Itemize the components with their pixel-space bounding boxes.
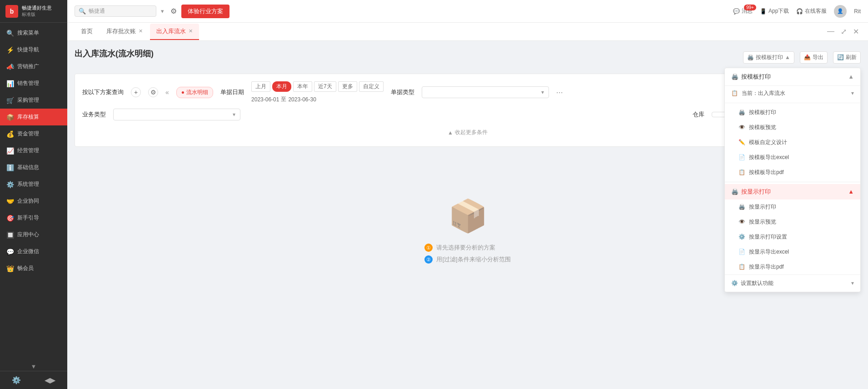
dropdown-disp-preview-icon: 👁️ xyxy=(738,219,745,225)
date-sep: 至 xyxy=(281,95,286,103)
dropdown-disp-print-label: 按显示打印 xyxy=(749,203,776,211)
dropdown-display-preview[interactable]: 👁️ 按显示预览 xyxy=(725,214,860,229)
sidebar-item-system[interactable]: ⚙️ 系统管理 xyxy=(0,176,67,193)
sidebar-item-marketing[interactable]: 📣 营销推广 xyxy=(0,58,67,75)
sidebar-item-apps[interactable]: 🔲 应用中心 xyxy=(0,226,67,243)
headset-icon: 🎧 xyxy=(796,8,803,15)
industry-btn[interactable]: 体验行业方案 xyxy=(181,5,229,18)
filter-scheme-label: 按以下方案查询 xyxy=(82,88,124,96)
app-download-btn[interactable]: 📱 App下载 xyxy=(760,7,789,15)
sidebar-item-finance[interactable]: 💰 资金管理 xyxy=(0,125,67,142)
message-btn[interactable]: 💬 消息 99+ xyxy=(733,7,753,15)
sidebar-label-marketing: 营销推广 xyxy=(17,63,39,70)
date-current-month-btn[interactable]: 本月 xyxy=(272,81,291,92)
page-content: 出入库流水(流水明细) 🖨️ 按模板打印 ▲ 📤 导出 🔄 刷新 xyxy=(67,41,868,389)
page-title: 出入库流水(流水明细) xyxy=(75,48,154,59)
sidebar-item-collab[interactable]: 🤝 企业协同 xyxy=(0,193,67,209)
date-this-year-btn[interactable]: 本年 xyxy=(293,81,312,92)
tab-close-icon[interactable]: ✕ xyxy=(851,25,861,38)
message-badge: 99+ xyxy=(744,5,756,10)
print-template-label: 按模板打印 xyxy=(756,54,783,61)
sidebar-collapse-icon[interactable]: ◀▶ xyxy=(45,376,55,384)
dropdown-template-print[interactable]: 🖨️ 按模板打印 xyxy=(725,105,860,120)
date-last-month-btn[interactable]: 上月 xyxy=(251,81,270,92)
search-dropdown-icon[interactable]: ▾ xyxy=(161,8,164,15)
dropdown-template-pdf[interactable]: 📋 按模板导出pdf xyxy=(725,165,860,180)
tab-home-label: 首页 xyxy=(81,27,93,35)
sidebar-scroll-down[interactable]: ▼ xyxy=(0,362,67,371)
sidebar-icon-operations: 📈 xyxy=(6,147,14,155)
tip-text-1: 请先选择要分析的方案 xyxy=(436,242,495,254)
search-input[interactable] xyxy=(89,8,143,15)
dropdown-disp-settings-label: 按显示打印设置 xyxy=(749,233,787,241)
date-custom-btn[interactable]: 自定义 xyxy=(359,81,384,92)
refresh-icon: 🔄 xyxy=(837,54,844,60)
topbar-gear-icon[interactable]: ⚙ xyxy=(170,7,177,15)
export-label: 导出 xyxy=(813,54,823,61)
app-download-label: App下载 xyxy=(768,7,789,15)
sidebar-icon-collab: 🤝 xyxy=(6,198,14,205)
sidebar-item-basics[interactable]: ℹ️ 基础信息 xyxy=(0,159,67,176)
print-template-btn[interactable]: 🖨️ 按模板打印 ▲ xyxy=(743,51,794,64)
dropdown-disp-pdf-icon: 📋 xyxy=(738,264,745,270)
date-last-7-days-btn[interactable]: 近7天 xyxy=(314,81,336,92)
tab-batch-account-close[interactable]: ✕ xyxy=(139,28,143,34)
bill-type-select[interactable]: ▾ xyxy=(422,86,549,98)
tab-flow-close[interactable]: ✕ xyxy=(189,28,193,34)
sidebar-label-purchase: 采购管理 xyxy=(17,96,39,104)
dropdown-display-settings[interactable]: ⚙️ 按显示打印设置 xyxy=(725,229,860,244)
sidebar-settings-icon[interactable]: ⚙️ xyxy=(12,376,21,384)
dropdown-display-section[interactable]: 🖨️ 按显示打印 ▲ xyxy=(725,184,860,199)
sidebar-item-purchase[interactable]: 🛒 采购管理 xyxy=(0,92,67,109)
tab-flow[interactable]: 出入库流水 ✕ xyxy=(150,24,199,40)
filter-add-btn[interactable]: + xyxy=(131,87,141,97)
sidebar-item-wechat[interactable]: 💬 企业微信 xyxy=(0,243,67,260)
dropdown-footer[interactable]: ⚙️ 设置默认功能 ▾ xyxy=(725,274,860,292)
filter-collapse-arrow[interactable]: « xyxy=(165,89,169,96)
search-box[interactable]: 🔍 xyxy=(75,5,156,17)
tab-batch-account[interactable]: 库存批次账 ✕ xyxy=(100,24,149,40)
tab-home[interactable]: 首页 xyxy=(75,24,99,40)
sidebar-item-operations[interactable]: 📈 经营管理 xyxy=(0,142,67,159)
topbar-right: 💬 消息 99+ 📱 App下载 🎧 在线客服 👤 Rit xyxy=(733,5,861,18)
tab-maximize-icon[interactable]: ⤢ xyxy=(839,25,848,38)
refresh-btn[interactable]: 🔄 刷新 xyxy=(833,51,861,64)
dropdown-template-custom[interactable]: ✏️ 模板自定义设计 xyxy=(725,135,860,150)
business-type-select[interactable]: ▾ xyxy=(113,109,240,120)
sidebar-item-member[interactable]: 👑 畅会员 xyxy=(0,260,67,277)
dropdown-display-pdf[interactable]: 📋 按显示导出pdf xyxy=(725,259,860,274)
username-label[interactable]: Rit xyxy=(854,8,861,15)
sidebar-item-sales[interactable]: 📊 销售管理 xyxy=(0,75,67,92)
service-btn[interactable]: 🎧 在线客服 xyxy=(796,7,827,15)
dropdown-chevron-up-icon[interactable]: ▲ xyxy=(848,73,854,80)
print-chevron-up-icon: ▲ xyxy=(785,54,790,60)
tab-minimize-icon[interactable]: — xyxy=(825,25,836,38)
dropdown-footer-label: 设置默认功能 xyxy=(741,279,773,287)
dropdown-current-icon: 📋 xyxy=(731,90,738,96)
dropdown-display-icon: 🖨️ xyxy=(731,188,738,195)
sidebar-label-wechat: 企业微信 xyxy=(17,248,39,255)
sidebar-label-inventory: 库存核算 xyxy=(17,113,39,121)
logo-area: b 畅捷通好生意 标准版 xyxy=(0,0,67,23)
bill-type-more-icon[interactable]: ··· xyxy=(556,88,563,97)
sidebar-label-basics: 基础信息 xyxy=(17,164,39,171)
dropdown-template-preview[interactable]: 👁️ 按模板预览 xyxy=(725,120,860,135)
sidebar-item-search-menu[interactable]: 🔍 搜索菜单 xyxy=(0,25,67,41)
tip-num-1: ① xyxy=(424,244,433,252)
sidebar-label-quick-nav: 快捷导航 xyxy=(17,46,39,54)
sidebar-item-quick-nav[interactable]: ⚡ 快捷导航 xyxy=(0,41,67,58)
dropdown-current-label[interactable]: 📋 当前：出入库流水 ▾ xyxy=(725,86,860,101)
sidebar-item-guide[interactable]: 🎯 新手引导 xyxy=(0,209,67,226)
dropdown-display-excel[interactable]: 📄 按显示导出excel xyxy=(725,244,860,259)
date-more-btn[interactable]: 更多 xyxy=(338,81,357,92)
dropdown-tmpl-excel-icon: 📄 xyxy=(738,154,745,160)
export-btn[interactable]: 📤 导出 xyxy=(800,51,828,64)
sidebar-item-inventory[interactable]: 📦 库存核算 xyxy=(0,109,67,125)
dropdown-display-print[interactable]: 🖨️ 按显示打印 xyxy=(725,199,860,214)
dropdown-template-excel[interactable]: 📄 按模板导出excel xyxy=(725,150,860,165)
avatar[interactable]: 👤 xyxy=(834,5,847,18)
sidebar-label-apps: 应用中心 xyxy=(17,231,39,239)
date-range: 2023-06-01 至 2023-06-30 xyxy=(251,95,384,103)
filter-tag[interactable]: ● 流水明细 xyxy=(176,87,213,98)
filter-settings-circle-btn[interactable]: ⚙ xyxy=(148,87,158,97)
